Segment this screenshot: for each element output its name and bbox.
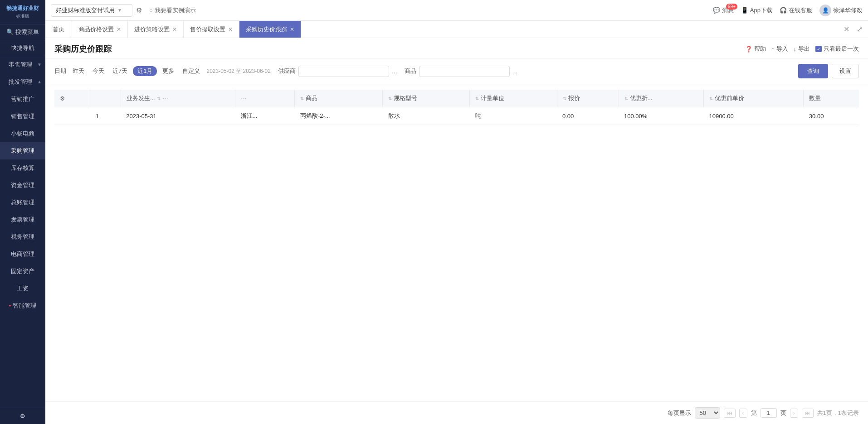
per-page-select[interactable]: 50 100 200 <box>695 407 720 419</box>
tab-expand-icon[interactable]: ⤢ <box>855 23 864 35</box>
sidebar-item-ecommerce-small[interactable]: 小畅电商 <box>0 125 45 142</box>
th-gear[interactable]: ⚙ <box>54 90 90 107</box>
td-biz-date: 2023-05-31 <box>121 107 235 125</box>
filter-buttons: 查询 设置 <box>798 64 859 78</box>
topbar: 好业财标准版交付试用 ▼ ⚙ ○ 我要看实例演示 💬 消息 99+ 📱 App下… <box>45 0 868 21</box>
sidebar-item-payroll[interactable]: 工资 <box>0 280 45 297</box>
column-more-icon[interactable]: ⋯ <box>162 95 168 102</box>
main-content: 好业财标准版交付试用 ▼ ⚙ ○ 我要看实例演示 💬 消息 99+ 📱 App下… <box>45 0 868 424</box>
gear-icon[interactable]: ⚙ <box>60 95 65 102</box>
sidebar-item-label-smart: 智能管理 <box>13 302 36 310</box>
sidebar-item-smart[interactable]: ● 智能管理 <box>0 297 45 314</box>
supplier-more-icon[interactable]: ... <box>392 67 397 75</box>
topbar-app-download[interactable]: 📱 App下载 <box>741 6 772 14</box>
checkbox-checked-icon: ✓ <box>815 46 822 52</box>
date-opt-7days[interactable]: 近7天 <box>110 66 130 76</box>
help-link[interactable]: ❓ 帮助 <box>745 45 766 53</box>
tab-goods-price-close[interactable]: ✕ <box>117 26 121 33</box>
td-goods: 丙烯酸-2-... <box>295 107 383 125</box>
sidebar-item-ledger[interactable]: 总账管理 <box>0 194 45 211</box>
td-seq: 1 <box>90 107 121 125</box>
th-spec-label: 规格型号 <box>394 94 417 102</box>
td-gear <box>54 107 90 125</box>
date-opt-today[interactable]: 今天 <box>90 66 107 76</box>
th-price[interactable]: ⇅ 报价 <box>557 90 619 107</box>
query-button[interactable]: 查询 <box>798 64 828 78</box>
tab-purchase-history-close[interactable]: ✕ <box>290 26 294 33</box>
sidebar-settings[interactable]: ⚙ <box>0 408 45 424</box>
date-opt-yesterday[interactable]: 昨天 <box>70 66 87 76</box>
sidebar-item-label-purchase: 采购管理 <box>4 147 42 155</box>
export-link[interactable]: ↓ 导出 <box>794 45 810 53</box>
tab-goods-price[interactable]: 商品价格设置 ✕ <box>72 21 128 38</box>
help-label: 帮助 <box>754 45 766 53</box>
pagination-bar: 每页显示 50 100 200 ⏮ ‹ 第 页 › ⏭ 共1页，1条记录 <box>45 401 868 424</box>
th-biz-date[interactable]: 业务发生... ⇅ ⋯ <box>121 90 235 107</box>
version-select[interactable]: 好业财标准版交付试用 ▼ <box>51 4 132 17</box>
date-opt-1month[interactable]: 近1月 <box>133 66 157 76</box>
page-input[interactable] <box>761 408 777 418</box>
tab-purchase-strategy-close[interactable]: ✕ <box>172 26 177 33</box>
date-opt-more[interactable]: 更多 <box>160 66 177 76</box>
th-discount[interactable]: ⇅ 优惠折... <box>619 90 704 107</box>
dot-icon: ● <box>9 304 11 308</box>
sidebar-item-sales[interactable]: 销售管理 <box>0 108 45 125</box>
dots-icon[interactable]: ⋯ <box>241 95 247 102</box>
th-spec[interactable]: ⇅ 规格型号 <box>383 90 470 107</box>
tab-goods-price-label: 商品价格设置 <box>78 25 114 34</box>
sidebar-item-ecommerce[interactable]: 电商管理 <box>0 246 45 263</box>
page-last-button[interactable]: ⏭ <box>802 409 814 418</box>
goods-more-icon[interactable]: ... <box>512 67 518 75</box>
page-label: 第 <box>751 409 757 417</box>
import-icon: ↑ <box>771 46 775 53</box>
sidebar-item-label-assets: 固定资产 <box>4 267 42 275</box>
tab-price-extract-label: 售价提取设置 <box>190 25 225 34</box>
date-opt-custom[interactable]: 自定义 <box>180 66 203 76</box>
sidebar-item-marketing[interactable]: 营销推广 <box>0 91 45 108</box>
tab-price-extract[interactable]: 售价提取设置 ✕ <box>184 21 239 38</box>
sidebar-item-inventory[interactable]: 库存核算 <box>0 159 45 177</box>
tab-close-window-icon[interactable]: ✕ <box>842 23 851 35</box>
topbar-demo[interactable]: ○ 我要看实例演示 <box>149 6 196 14</box>
td-supplier: 浙江... <box>235 107 295 125</box>
page-first-button[interactable]: ⏮ <box>724 409 736 418</box>
settings-button[interactable]: 设置 <box>832 64 859 78</box>
sidebar-item-assets[interactable]: 固定资产 <box>0 263 45 280</box>
page-next-button[interactable]: › <box>790 409 798 418</box>
sidebar-search[interactable]: 🔍 搜索菜单 <box>0 24 45 40</box>
topbar-messages[interactable]: 💬 消息 99+ <box>713 6 734 14</box>
sidebar-item-label-wholesale: 批发管理 <box>4 78 37 86</box>
tab-purchase-strategy[interactable]: 进价策略设置 ✕ <box>128 21 184 38</box>
tab-price-extract-close[interactable]: ✕ <box>228 26 233 33</box>
sidebar-item-tax[interactable]: 税务管理 <box>0 228 45 246</box>
sidebar-logo: 畅捷通好业财 标准版 <box>0 0 45 24</box>
sidebar-item-wholesale[interactable]: 批发管理 ▲ <box>0 73 45 91</box>
goods-input[interactable] <box>419 66 510 77</box>
sidebar-item-finance[interactable]: 资金管理 <box>0 177 45 194</box>
topbar-online-service[interactable]: 🎧 在线客服 <box>780 6 812 14</box>
th-unit-label: 计量单位 <box>481 94 504 102</box>
import-link[interactable]: ↑ 导入 <box>771 45 788 53</box>
topbar-username: 徐泽华修改 <box>833 6 863 14</box>
topbar-settings-icon[interactable]: ⚙ <box>136 6 142 14</box>
sidebar-item-retail[interactable]: 零售管理 ▼ <box>0 56 45 73</box>
sidebar-item-invoice[interactable]: 发票管理 <box>0 211 45 228</box>
sidebar-item-purchase[interactable]: 采购管理 <box>0 142 45 159</box>
th-goods[interactable]: ⇅ 商品 <box>295 90 383 107</box>
page-prev-button[interactable]: ‹ <box>739 409 747 418</box>
export-icon: ↓ <box>794 46 797 53</box>
topbar-user[interactable]: 👤 徐泽华修改 <box>819 5 863 16</box>
tab-purchase-history[interactable]: 采购历史价跟踪 ✕ <box>239 21 301 38</box>
tab-home[interactable]: 首页 <box>45 21 72 38</box>
sidebar-quicknav[interactable]: 快捷导航 <box>0 40 45 56</box>
tabs-controls: ✕ ⤢ <box>838 21 868 38</box>
sidebar-item-label-payroll: 工资 <box>4 284 42 293</box>
supplier-input[interactable] <box>298 66 389 77</box>
chevron-down-icon: ▼ <box>117 8 122 13</box>
filter-area: 日期 昨天 今天 近7天 近1月 更多 自定义 2023-05-02 至 202… <box>45 58 868 84</box>
tab-purchase-history-label: 采购历史价跟踪 <box>246 25 287 34</box>
th-pre-discount-price[interactable]: ⇅ 优惠前单价 <box>704 90 804 107</box>
th-dots1[interactable]: ⋯ <box>235 90 295 107</box>
th-unit[interactable]: ⇅ 计量单位 <box>470 90 557 107</box>
last-only-checkbox[interactable]: ✓ 只看最后一次 <box>815 45 859 53</box>
